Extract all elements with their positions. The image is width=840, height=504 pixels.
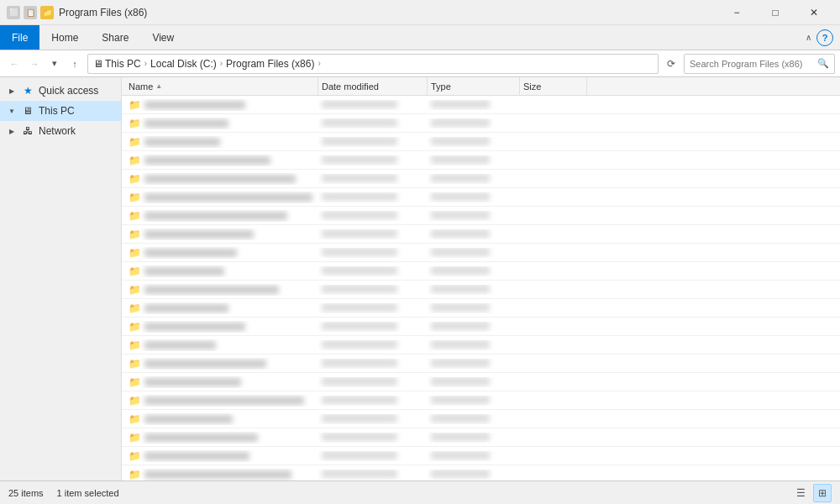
blurred-name — [144, 286, 279, 294]
breadcrumb-programfiles[interactable]: Program Files (x86) — [226, 58, 314, 70]
table-row[interactable]: 📁 — [122, 225, 840, 244]
table-row[interactable]: 📁 — [122, 410, 840, 428]
title-bar-left: ⬜ 📋 📁 Program Files (x86) — [7, 6, 147, 19]
table-row[interactable]: 📁 — [122, 373, 840, 391]
blurred-date — [322, 118, 397, 127]
toolbar-icon-1: ⬜ — [7, 6, 20, 19]
table-row[interactable]: 📁 — [122, 262, 840, 281]
file-name-cell: 📁 — [125, 302, 318, 314]
file-date-cell — [318, 303, 428, 313]
table-row[interactable]: 📁 — [122, 354, 840, 373]
search-input[interactable] — [690, 59, 817, 69]
table-row[interactable]: 📁 — [122, 465, 840, 480]
file-type-cell — [428, 118, 520, 129]
file-name-cell: 📁 — [125, 136, 318, 148]
file-menu-button[interactable]: File — [0, 25, 39, 50]
table-row[interactable]: 📁 — [122, 188, 840, 207]
blurred-date — [322, 470, 397, 478]
breadcrumb-localdisk[interactable]: Local Disk (C:) — [150, 58, 217, 70]
forward-button[interactable]: → — [25, 55, 44, 73]
tab-home[interactable]: Home — [39, 25, 90, 50]
blurred-date — [322, 248, 397, 256]
navigation-buttons: ← → ▾ ↑ — [5, 55, 84, 73]
blurred-name — [144, 156, 270, 165]
file-type-cell — [428, 192, 520, 202]
table-row[interactable]: 📁 — [122, 170, 840, 188]
folder-icon: 📁 — [129, 302, 141, 314]
file-name-cell: 📁 — [125, 265, 318, 277]
file-name-cell: 📁 — [125, 432, 318, 444]
file-list[interactable]: Name ▲ Date modified Type Size 📁 — [122, 77, 840, 480]
breadcrumb-bar[interactable]: 🖥 This PC › Local Disk (C:) › Program Fi… — [87, 54, 659, 74]
table-row[interactable]: 📁 — [122, 114, 840, 133]
title-bar: ⬜ 📋 📁 Program Files (x86) − □ ✕ — [0, 0, 840, 25]
table-row[interactable]: 📁 — [122, 428, 840, 447]
refresh-button[interactable]: ⟳ — [662, 55, 680, 73]
toolbar-folder-icon: 📁 — [40, 6, 54, 19]
sidebar-item-thispc[interactable]: ▼ 🖥 This PC — [0, 101, 121, 121]
blurred-date — [322, 100, 397, 108]
recent-locations-button[interactable]: ▾ — [45, 55, 64, 73]
back-button[interactable]: ← — [5, 55, 24, 73]
blurred-type — [431, 137, 490, 145]
close-button[interactable]: ✕ — [795, 0, 833, 25]
table-row[interactable]: 📁 — [122, 151, 840, 170]
file-type-cell — [428, 377, 520, 387]
ribbon-collapse-icon[interactable]: ∧ — [806, 33, 811, 42]
table-row[interactable]: 📁 — [122, 318, 840, 336]
up-button[interactable]: ↑ — [66, 55, 84, 73]
window-controls: − □ ✕ — [717, 0, 833, 25]
sidebar-item-quickaccess[interactable]: ▶ ★ Quick access — [0, 81, 121, 101]
table-row[interactable]: 📁 — [122, 447, 840, 465]
table-row[interactable]: 📁 — [122, 299, 840, 318]
file-name-cell: 📁 — [125, 173, 318, 185]
blurred-name — [144, 360, 266, 368]
blurred-date — [322, 322, 397, 330]
file-date-cell — [318, 340, 428, 350]
blurred-date — [322, 303, 397, 312]
tab-view[interactable]: View — [140, 25, 186, 50]
folder-icon: 📁 — [129, 376, 141, 388]
col-header-date[interactable]: Date modified — [318, 77, 428, 95]
file-date-cell — [318, 229, 428, 239]
blurred-type — [431, 285, 490, 293]
details-view-button[interactable]: ☰ — [791, 484, 810, 502]
table-row[interactable]: 📁 — [122, 281, 840, 299]
ribbon-tabs: Home Share View — [39, 25, 186, 50]
folder-icon: 📁 — [129, 155, 141, 166]
sidebar-label-quickaccess: Quick access — [39, 85, 98, 97]
blurred-date — [322, 137, 397, 145]
col-header-type[interactable]: Type — [428, 77, 520, 95]
search-box[interactable]: 🔍 — [684, 54, 835, 74]
table-row[interactable]: 📁 — [122, 96, 840, 114]
file-name-cell: 📁 — [125, 376, 318, 388]
folder-icon: 📁 — [129, 450, 141, 462]
blurred-name — [144, 193, 312, 202]
table-row[interactable]: 📁 — [122, 336, 840, 354]
blurred-date — [322, 396, 397, 404]
minimize-button[interactable]: − — [717, 0, 756, 25]
col-header-size[interactable]: Size — [520, 77, 587, 95]
file-date-cell — [318, 211, 428, 221]
file-date-cell — [318, 118, 428, 129]
maximize-button[interactable]: □ — [756, 0, 795, 25]
table-row[interactable]: 📁 — [122, 391, 840, 410]
blurred-type — [431, 266, 490, 275]
col-header-name[interactable]: Name ▲ — [125, 77, 318, 95]
table-row[interactable]: 📁 — [122, 244, 840, 262]
breadcrumb-thispc[interactable]: This PC — [105, 58, 141, 70]
help-button[interactable]: ? — [816, 29, 833, 46]
ribbon-right: ∧ ? — [806, 25, 840, 50]
folder-icon: 📁 — [129, 136, 141, 148]
table-row[interactable]: 📁 — [122, 133, 840, 151]
blurred-type — [431, 470, 490, 478]
sort-arrow-name: ▲ — [155, 82, 162, 90]
blurred-name — [144, 396, 304, 405]
sidebar-item-network[interactable]: ▶ 🖧 Network — [0, 121, 121, 141]
file-date-cell — [318, 285, 428, 295]
file-name-cell: 📁 — [125, 228, 318, 240]
table-row[interactable]: 📁 — [122, 207, 840, 225]
tab-share[interactable]: Share — [90, 25, 140, 50]
breadcrumb-icon: 🖥 — [93, 58, 103, 70]
large-icons-view-button[interactable]: ⊞ — [813, 484, 832, 502]
